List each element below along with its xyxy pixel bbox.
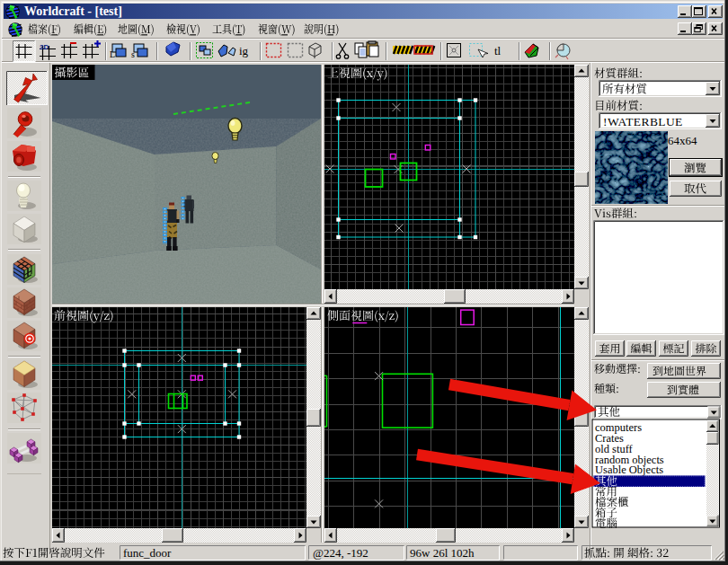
svg-text:func_door: func_door <box>123 546 172 560</box>
svg-text:64x64: 64x64 <box>668 134 697 147</box>
svg-text:3D: 3D <box>40 43 49 51</box>
svg-text:Usable Objects: Usable Objects <box>595 463 663 476</box>
svg-text:Worldcraft - [test]: Worldcraft - [test] <box>24 4 122 18</box>
svg-text:!WATERBLUE: !WATERBLUE <box>603 115 683 128</box>
svg-text:ig: ig <box>239 44 249 57</box>
svg-text:96w 26l 102h: 96w 26l 102h <box>410 546 475 560</box>
svg-text:tl: tl <box>494 44 502 57</box>
svg-text:L: L <box>110 49 115 59</box>
svg-text:s: s <box>131 49 135 59</box>
svg-text:@224, -192: @224, -192 <box>313 546 368 560</box>
